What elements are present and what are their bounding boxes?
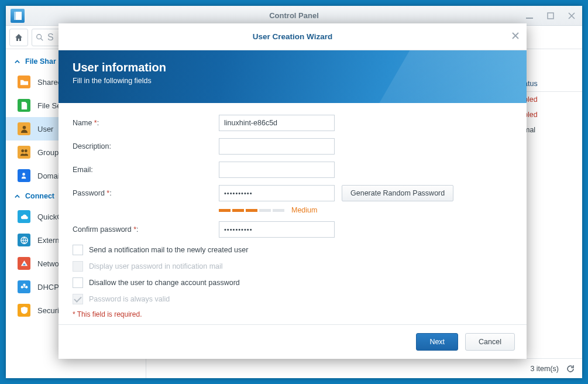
svg-point-2 [37, 34, 42, 39]
svg-point-4 [22, 125, 26, 129]
reload-icon[interactable] [566, 364, 575, 373]
name-field[interactable] [219, 115, 335, 131]
checkbox-always-valid [73, 294, 83, 304]
cloud-icon [18, 210, 30, 223]
svg-line-3 [41, 38, 43, 40]
home-button[interactable] [9, 29, 28, 46]
email-field[interactable] [219, 162, 335, 178]
dialog-title: User Creation Wizard [253, 32, 332, 41]
partial-table: atus bled bled mal [524, 76, 582, 138]
checkbox-label: Password is always valid [89, 295, 170, 303]
checkbox-display-password [73, 261, 83, 272]
domain-icon [18, 169, 30, 182]
required-note: * This field is required. [73, 310, 513, 318]
label-email: Email: [73, 166, 219, 174]
shield-icon [18, 304, 30, 317]
checkbox-label: Disallow the user to change account pass… [89, 279, 240, 287]
svg-rect-9 [23, 263, 25, 265]
generate-password-button[interactable]: Generate Random Password [342, 185, 453, 201]
dialog-footer: Next Cancel [59, 324, 527, 359]
close-button[interactable] [561, 6, 582, 26]
svg-point-6 [24, 149, 27, 152]
label-confirm-password: Confirm password *: [73, 225, 219, 234]
svg-rect-0 [526, 18, 533, 19]
svg-rect-1 [548, 13, 553, 19]
label-password: Password *: [73, 189, 219, 197]
dialog-titlebar: User Creation Wizard [59, 23, 527, 50]
checkbox-label: Send a notification mail to the newly cr… [89, 246, 248, 254]
dialog-banner: User information Fill in the following f… [59, 50, 527, 103]
statusbar: 3 item(s) [146, 358, 582, 378]
column-header-status[interactable]: atus [524, 76, 582, 92]
dialog-body: Name *: Description: Email: Password *: … [59, 103, 527, 324]
banner-subtitle: Fill in the following fields [73, 77, 513, 85]
label-name: Name *: [73, 119, 219, 127]
password-field[interactable] [219, 185, 335, 201]
item-count: 3 item(s) [530, 365, 559, 373]
folder-icon [18, 76, 30, 88]
app-icon [11, 9, 25, 23]
table-row[interactable]: bled [524, 92, 582, 107]
cancel-button[interactable]: Cancel [465, 333, 515, 351]
table-row[interactable]: bled [524, 107, 582, 122]
minimize-button[interactable] [519, 6, 540, 26]
svg-point-5 [21, 149, 24, 152]
chevron-up-icon [14, 193, 20, 200]
search-icon [36, 33, 44, 42]
password-strength: Medium [219, 206, 513, 214]
confirm-password-field[interactable] [219, 221, 335, 238]
globe-icon [18, 234, 30, 246]
dialog-close-button[interactable] [511, 32, 520, 42]
checkbox-label: Display user password in notification ma… [89, 262, 223, 270]
checkbox-send-notification[interactable] [73, 245, 83, 255]
user-icon [18, 122, 30, 135]
group-icon [18, 146, 30, 159]
network-icon [18, 257, 30, 270]
dhcp-icon [18, 280, 30, 293]
chevron-up-icon [14, 59, 20, 65]
svg-point-7 [22, 173, 25, 176]
next-button[interactable]: Next [416, 333, 458, 351]
search-placeholder: S [47, 32, 54, 43]
window-title: Control Panel [269, 11, 319, 20]
maximize-button[interactable] [540, 6, 561, 26]
user-creation-wizard-dialog: User Creation Wizard User information Fi… [59, 23, 527, 359]
checkbox-disallow-change[interactable] [73, 277, 83, 288]
strength-label: Medium [291, 206, 317, 214]
strength-meter [219, 209, 284, 212]
banner-heading: User information [73, 61, 513, 74]
titlebar: Control Panel [6, 6, 582, 26]
table-row[interactable]: mal [524, 122, 582, 138]
label-description: Description: [73, 142, 219, 150]
description-field[interactable] [219, 138, 335, 155]
file-icon [18, 99, 30, 112]
